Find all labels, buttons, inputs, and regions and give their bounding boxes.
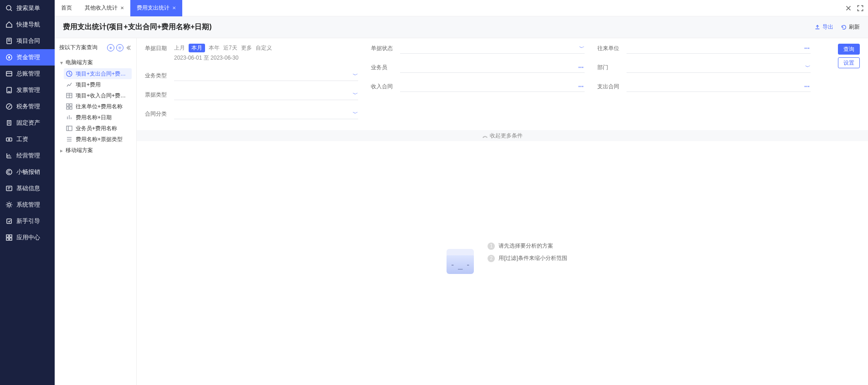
close-icon[interactable]: ✕	[120, 5, 124, 10]
building-icon	[5, 119, 13, 127]
date-option-1[interactable]: 本月	[189, 44, 205, 52]
sidebar-label: 税务管理	[16, 102, 40, 111]
biz-type-label: 业务类型	[145, 70, 174, 80]
sidebar-item-system-manage[interactable]: 系统管理	[0, 197, 55, 213]
ledger-icon	[5, 70, 13, 77]
collapse-label: 收起更多条件	[490, 132, 523, 140]
svg-point-0	[6, 5, 11, 10]
date-option-2[interactable]: 本年	[209, 44, 220, 52]
date-option-5[interactable]: 自定义	[256, 44, 272, 52]
company-input[interactable]: ⋯	[627, 43, 811, 54]
tab-home[interactable]: 首页	[55, 0, 78, 16]
grid-icon	[66, 103, 73, 110]
sidebar-item-gl-manage[interactable]: 总账管理	[0, 66, 55, 82]
scheme-item-5[interactable]: 业务员+费用名称	[64, 123, 132, 134]
close-icon[interactable]: ✕	[172, 5, 176, 10]
sidebar-label: 新手引导	[16, 217, 40, 225]
collapse-panel-icon[interactable]	[125, 45, 132, 51]
sidebar-item-quick-nav[interactable]: 快捷导航	[0, 16, 55, 33]
sidebar-label: 应用中心	[16, 233, 40, 242]
tab-label: 费用支出统计	[137, 4, 169, 12]
step-badge-1: 1	[488, 243, 495, 250]
chevron-up-icon: ︽	[483, 132, 488, 140]
header-tools: 导出 刷新	[814, 23, 860, 31]
scheme-settings-button[interactable]	[116, 44, 123, 51]
sales-label: 业务员	[371, 62, 400, 71]
svg-rect-31	[70, 104, 72, 106]
svg-rect-6	[6, 71, 12, 76]
settings-button[interactable]: 设置	[838, 57, 860, 68]
add-scheme-button[interactable]: +	[107, 44, 114, 51]
expense-contract-input[interactable]: ⋯	[627, 81, 811, 92]
sidebar-item-tax-manage[interactable]: 税务管理	[0, 98, 55, 115]
date-option-4[interactable]: 更多	[241, 44, 252, 52]
query-button[interactable]: 查询	[838, 44, 860, 55]
app-c-icon	[5, 168, 13, 176]
filters-wrap: 单据日期 上月 本月 本年 近7天 更多 自定义 20	[137, 38, 868, 385]
sidebar-item-fixed-assets[interactable]: 固定资产	[0, 115, 55, 131]
export-button[interactable]: 导出	[814, 23, 833, 31]
scheme-item-label: 费用名称+票据类型	[76, 136, 123, 143]
tree-group-mobile[interactable]: ▸ 移动端方案	[59, 145, 132, 156]
scheme-item-3[interactable]: 往来单位+费用名称	[64, 101, 132, 112]
sidebar-label: 经营管理	[16, 152, 40, 160]
dept-input[interactable]: ﹀	[627, 62, 811, 73]
tree-group-desktop[interactable]: ▾ 电脑端方案	[59, 57, 132, 68]
svg-line-1	[10, 10, 12, 11]
date-filter-input[interactable]: 上月 本月 本年 近7天 更多 自定义 2023-06-01 至 2023-06…	[174, 43, 358, 62]
bar-chart-icon	[66, 114, 73, 121]
sidebar-item-app-center[interactable]: 应用中心	[0, 229, 55, 246]
sidebar-item-salary[interactable]: 工资	[0, 131, 55, 147]
date-range-text: 2023-06-01 至 2023-06-30	[174, 52, 358, 62]
scheme-item-6[interactable]: 费用名称+票据类型	[64, 134, 132, 145]
scheme-item-label: 项目+费用	[76, 81, 101, 89]
sidebar-item-basic-info[interactable]: 基础信息	[0, 180, 55, 197]
sidebar-item-expense-app[interactable]: 小畅报销	[0, 164, 55, 180]
chevron-down-icon: ﹀	[353, 71, 358, 79]
refresh-button[interactable]: 刷新	[841, 23, 860, 31]
scheme-item-label: 费用名称+日期	[76, 114, 112, 122]
sales-input[interactable]: ⋯	[400, 62, 584, 73]
step-badge-2: 2	[488, 255, 495, 262]
scheme-item-2[interactable]: 项目+收入合同+费用...	[64, 90, 132, 101]
sidebar-item-ops-manage[interactable]: 经营管理	[0, 147, 55, 164]
scheme-item-4[interactable]: 费用名称+日期	[64, 112, 132, 123]
search-icon	[5, 5, 13, 12]
scheme-item-0[interactable]: 项目+支出合同+费用...	[64, 68, 132, 79]
sidebar-item-search-menu[interactable]: 搜索菜单	[0, 0, 55, 16]
bill-type-input[interactable]: ﹀	[174, 89, 358, 100]
empty-state: - _ - 1 请先选择要分析的方案 2 用[过滤]条件来缩小分析范围	[137, 141, 868, 385]
empty-step-2-text: 用[过滤]条件来缩小分析范围	[498, 254, 567, 262]
chevron-down-icon: ﹀	[353, 110, 358, 117]
sidebar: 搜索菜单 快捷导航 项目合同 资金管理 总账管理 发票管理 税务管理 固定资产	[0, 0, 55, 385]
date-option-3[interactable]: 近7天	[223, 44, 237, 52]
action-column: 查询 设置	[823, 43, 860, 127]
sidebar-item-invoice-manage[interactable]: 发票管理	[0, 82, 55, 98]
empty-step-1-text: 请先选择要分析的方案	[498, 242, 553, 250]
svg-rect-32	[67, 107, 69, 109]
empty-illustration: - _ -	[437, 242, 483, 279]
collapse-filters-button[interactable]: ︽ 收起更多条件	[137, 130, 868, 141]
chart-icon	[66, 81, 73, 88]
tab-expense-stats[interactable]: 费用支出统计 ✕	[130, 0, 182, 16]
scheme-header: 按以下方案查询 +	[59, 42, 132, 55]
sidebar-item-fund-manage[interactable]: 资金管理	[0, 49, 55, 66]
biz-type-input[interactable]: ﹀	[174, 70, 358, 81]
close-all-icon[interactable]	[844, 4, 853, 12]
svg-rect-10	[7, 121, 11, 125]
more-icon: ⋯	[578, 64, 585, 71]
sidebar-label: 发票管理	[16, 86, 40, 94]
sidebar-item-project-contract[interactable]: 项目合同	[0, 33, 55, 49]
sidebar-label: 快捷导航	[16, 20, 40, 29]
status-input[interactable]: ﹀	[400, 43, 584, 54]
contract-class-input[interactable]: ﹀	[174, 108, 358, 119]
doc-icon	[5, 37, 13, 45]
tab-other-income-stats[interactable]: 其他收入统计 ✕	[78, 0, 130, 16]
filters-grid: 单据日期 上月 本月 本年 近7天 更多 自定义 20	[137, 38, 868, 127]
fullscreen-icon[interactable]	[856, 4, 864, 12]
scheme-item-1[interactable]: 项目+费用	[64, 79, 132, 90]
income-contract-input[interactable]: ⋯	[400, 81, 584, 92]
date-option-0[interactable]: 上月	[174, 44, 185, 52]
sidebar-item-guide[interactable]: 新手引导	[0, 213, 55, 229]
svg-point-15	[6, 169, 12, 175]
